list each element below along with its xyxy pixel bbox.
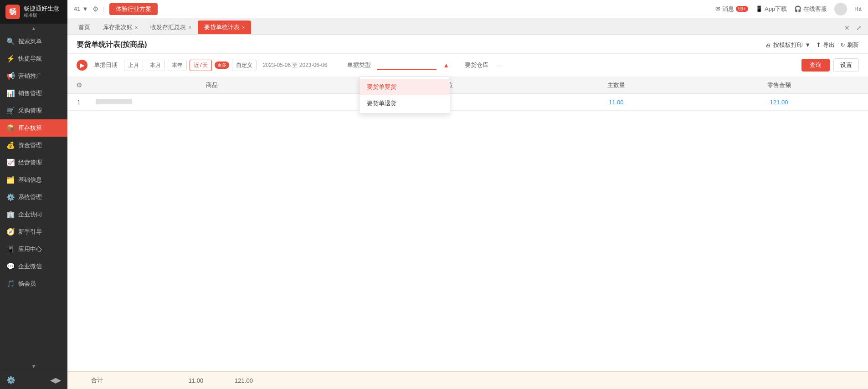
sidebar-scroll-up[interactable]: ▲	[0, 24, 67, 33]
tab-receivable-close[interactable]: ×	[188, 25, 191, 30]
trial-btn[interactable]: 体验行业方案	[109, 3, 158, 15]
sidebar-item-system[interactable]: ⚙️系统管理	[0, 189, 67, 206]
export-label: 导出	[823, 41, 835, 49]
sidebar-item-purchase[interactable]: 🛒采购管理	[0, 102, 67, 119]
sidebar-label-quick-nav: 快捷导航	[18, 55, 42, 63]
tabs-bar: 首页 库存批次账 × 收发存汇总表 × 要货单统计表 × ✕ ⤢	[67, 18, 868, 35]
tab-inventory-batch[interactable]: 库存批次账 ×	[97, 20, 144, 34]
export-icon: ⬆	[816, 41, 821, 48]
tab-receivable[interactable]: 收发存汇总表 ×	[144, 20, 197, 34]
sidebar-item-member[interactable]: 🎵畅会员	[0, 275, 67, 292]
sidebar-item-wechat[interactable]: 💬企业微信	[0, 258, 67, 275]
cell-amount: 121.00	[690, 94, 868, 111]
sidebar-header: 畅 畅捷通好生意 标准版	[0, 0, 67, 24]
date-filter-btns: 上月 本月 本年 近7天 更多 自定义	[124, 60, 257, 71]
refresh-btn[interactable]: ↻ 刷新	[840, 41, 859, 49]
last-7-btn[interactable]: 近7天	[190, 60, 212, 71]
this-year-btn[interactable]: 本年	[168, 60, 187, 71]
col-qty: 主数量	[542, 77, 690, 94]
app-subtitle: 标准版	[24, 12, 59, 19]
date-filter-label: 单据日期	[94, 61, 118, 69]
tab-order-summary-close[interactable]: ×	[242, 25, 245, 30]
sidebar-item-finance[interactable]: 💰资金管理	[0, 137, 67, 154]
sidebar-label-search: 搜索菜单	[18, 37, 42, 46]
sidebar-icon-enterprise: 🏢	[6, 210, 15, 219]
sidebar-icon-purchase: 🛒	[6, 107, 15, 115]
support-btn[interactable]: 🎧 在线客服	[794, 5, 827, 13]
sidebar-label-system: 系统管理	[18, 193, 42, 201]
col-amount: 零售金额	[690, 77, 868, 94]
filter-expand-btn[interactable]: ▶	[77, 60, 87, 71]
custom-btn[interactable]: 自定义	[232, 60, 257, 71]
app-download-btn[interactable]: 📱 App下载	[755, 5, 787, 13]
setting-btn[interactable]: 设置	[833, 58, 859, 72]
tab-close-all[interactable]: ✕	[842, 23, 852, 32]
amount-link[interactable]: 121.00	[770, 99, 788, 106]
sidebar-label-purchase: 采购管理	[18, 107, 42, 115]
type-filter-arrow[interactable]: ▲	[443, 61, 449, 69]
tab-home[interactable]: 首页	[72, 20, 97, 34]
avatar[interactable]	[834, 3, 847, 15]
tab-inventory-batch-close[interactable]: ×	[135, 25, 138, 30]
sidebar-item-sales[interactable]: 📊销售管理	[0, 85, 67, 102]
dropdown-item-order-goods[interactable]: 要货单要货	[360, 79, 450, 95]
message-label: 消息	[722, 5, 734, 13]
export-btn[interactable]: ⬆ 导出	[816, 41, 835, 49]
qty-link[interactable]: 11.00	[609, 99, 624, 106]
company-selector[interactable]: 41 ▼	[74, 5, 88, 12]
sidebar: 畅 畅捷通好生意 标准版 ▲ 🔍搜索菜单⚡快捷导航📢营销推广📊销售管理🛒采购管理…	[0, 0, 67, 389]
this-month-btn[interactable]: 本月	[146, 60, 165, 71]
topbar-right: ✉ 消息 99+ 📱 App下载 🎧 在线客服 Rit	[715, 3, 862, 15]
query-btn[interactable]: 查询	[801, 59, 830, 72]
sidebar-icon-guide: 🧭	[6, 228, 15, 236]
sidebar-item-search[interactable]: 🔍搜索菜单	[0, 33, 67, 50]
dropdown-item-order-return[interactable]: 要货单退货	[360, 95, 450, 112]
sidebar-collapse-icon[interactable]: ◀▶	[50, 376, 61, 384]
content-area: 要货单统计表(按商品) 🖨 按模板打印 ▼ ⬆ 导出 ↻ 刷新 ▶	[67, 35, 868, 389]
company-dropdown-icon: ▼	[82, 5, 88, 12]
user-name: Rit	[854, 5, 862, 12]
app-title: 畅捷通好生意	[24, 5, 59, 13]
sidebar-label-member: 畅会员	[18, 280, 36, 288]
main-area: 41 ▼ ⚙ | 体验行业方案 ✉ 消息 99+ 📱 App下载 🎧 在线客服 …	[67, 0, 868, 389]
sidebar-footer: ⚙️ ◀▶	[0, 371, 67, 389]
sidebar-label-sales: 销售管理	[18, 89, 42, 97]
tab-restore[interactable]: ⤢	[854, 23, 863, 32]
date-range-display: 2023-05-06 至 2023-06-06	[263, 61, 327, 69]
sidebar-item-enterprise[interactable]: 🏢企业协同	[0, 206, 67, 223]
tab-inventory-batch-label: 库存批次账	[103, 23, 133, 31]
company-num: 41	[74, 5, 80, 12]
sidebar-icon-inventory: 📦	[6, 124, 15, 132]
sidebar-item-appstore[interactable]: 📱应用中心	[0, 241, 67, 258]
sidebar-item-marketing[interactable]: 📢营销推广	[0, 67, 67, 85]
warehouse-filter-dots[interactable]: ···	[497, 62, 502, 69]
topbar-separator: |	[103, 5, 104, 12]
settings-icon[interactable]: ⚙	[92, 5, 98, 13]
sidebar-icon-marketing: 📢	[6, 72, 15, 80]
sidebar-item-operation[interactable]: 📈经营管理	[0, 154, 67, 171]
sidebar-nav: 🔍搜索菜单⚡快捷导航📢营销推广📊销售管理🛒采购管理📦库存核算💰资金管理📈经营管理…	[0, 33, 67, 362]
tabs-right-controls: ✕ ⤢	[842, 23, 863, 34]
cell-num: 1	[67, 94, 90, 111]
sidebar-item-guide[interactable]: 🧭新手引导	[0, 223, 67, 241]
sidebar-label-appstore: 应用中心	[18, 245, 42, 253]
col-settings-icon[interactable]: ⚙	[67, 77, 90, 94]
sidebar-item-quick-nav[interactable]: ⚡快捷导航	[0, 50, 67, 67]
print-btn[interactable]: 🖨 按模板打印 ▼	[765, 41, 811, 49]
table-footer: 合计 11.00 121.00	[67, 371, 868, 389]
message-icon: ✉	[715, 5, 720, 12]
sidebar-scroll-down[interactable]: ▼	[0, 362, 67, 371]
sidebar-settings-icon[interactable]: ⚙️	[6, 376, 15, 384]
column-settings-icon[interactable]: ⚙	[76, 81, 82, 89]
sidebar-label-operation: 经营管理	[18, 159, 42, 167]
prev-month-btn[interactable]: 上月	[124, 60, 143, 71]
more-tag[interactable]: 更多	[215, 61, 229, 69]
tab-order-summary[interactable]: 要货单统计表 ×	[198, 20, 251, 34]
cell-product	[90, 94, 334, 111]
sidebar-item-basic[interactable]: 🗂️基础信息	[0, 171, 67, 189]
messages-btn[interactable]: ✉ 消息 99+	[715, 5, 748, 13]
sidebar-icon-finance: 💰	[6, 141, 15, 149]
cell-qty: 11.00	[542, 94, 690, 111]
sidebar-item-inventory[interactable]: 📦库存核算	[0, 119, 67, 137]
type-filter-input[interactable]	[377, 61, 437, 70]
